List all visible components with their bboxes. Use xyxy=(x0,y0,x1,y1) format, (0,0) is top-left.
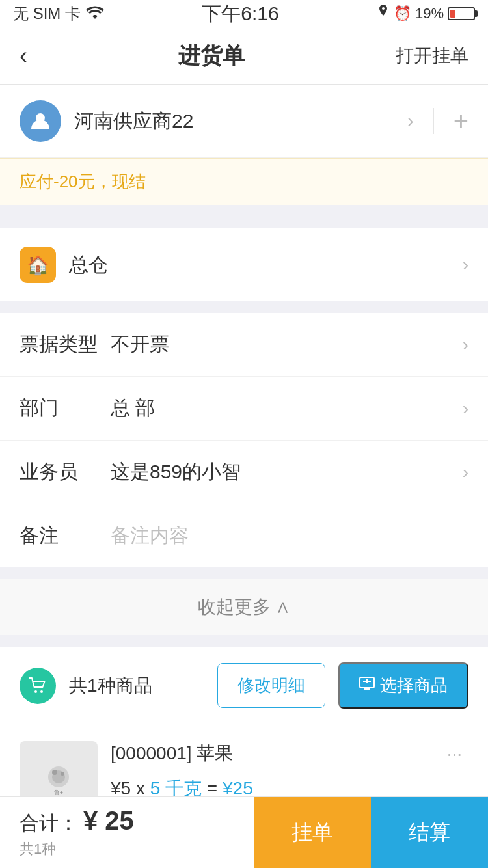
wifi-icon xyxy=(86,5,104,23)
dept-row[interactable]: 部门 总 部 › xyxy=(0,377,488,441)
form-section: 票据类型 不开票 › 部门 总 部 › 业务员 这是859的小智 › 备注 备注… xyxy=(0,313,488,567)
product-more-button[interactable]: ··· xyxy=(441,741,468,767)
salesperson-row[interactable]: 业务员 这是859的小智 › xyxy=(0,441,488,504)
select-product-icon xyxy=(359,675,375,696)
battery-icon xyxy=(448,7,475,20)
carrier-text: 无 SIM 卡 xyxy=(13,3,81,24)
content-area: 河南供应商22 › + 应付-20元，现结 🏠 总仓 › 票据类型 不开票 › … xyxy=(0,85,488,868)
invoice-chevron-icon: › xyxy=(463,334,468,355)
supplier-avatar xyxy=(20,100,61,142)
dept-chevron-icon: › xyxy=(463,398,468,419)
product-info: [0000001] 苹果 ¥5 x 5 千克 = ¥25 xyxy=(111,741,427,801)
status-bar: 无 SIM 卡 下午6:16 ⏰ 19% xyxy=(0,0,488,27)
price-separator: x xyxy=(136,778,150,798)
invoice-label: 票据类型 xyxy=(20,331,111,358)
warehouse-row[interactable]: 🏠 总仓 › xyxy=(0,228,488,301)
unit: 千克 xyxy=(165,778,202,798)
footer-total: 合计： ¥ 25 共1种 xyxy=(0,806,254,859)
product-title: 苹果 xyxy=(197,743,233,763)
open-hang-button[interactable]: 打开挂单 xyxy=(396,44,468,68)
remark-label: 备注 xyxy=(20,522,111,549)
salesperson-label: 业务员 xyxy=(20,459,111,485)
settle-button[interactable]: 结算 xyxy=(371,797,488,869)
location-icon xyxy=(377,5,390,23)
total-price: ¥25 xyxy=(223,778,253,798)
total-label: 合计： xyxy=(20,810,78,837)
invoice-row[interactable]: 票据类型 不开票 › xyxy=(0,313,488,377)
product-header: 共1种商品 修改明细 选择商品 xyxy=(0,647,488,724)
unit-price: ¥5 xyxy=(111,778,131,798)
svg-point-1 xyxy=(34,690,37,693)
invoice-value: 不开票 xyxy=(111,331,456,358)
nav-bar: ‹ 进货单 打开挂单 xyxy=(0,27,488,85)
warehouse-section: 🏠 总仓 › xyxy=(0,228,488,301)
battery-text: 19% xyxy=(415,5,444,22)
product-code: [0000001] xyxy=(111,743,192,763)
dept-label: 部门 xyxy=(20,395,111,422)
select-product-label: 选择商品 xyxy=(380,674,448,697)
supplier-notice: 应付-20元，现结 xyxy=(0,158,488,205)
warehouse-icon: 🏠 xyxy=(20,247,56,283)
collapse-toggle[interactable]: 收起更多 ∧ xyxy=(0,579,488,635)
supplier-row[interactable]: 河南供应商22 › + xyxy=(0,85,488,158)
supplier-name: 河南供应商22 xyxy=(74,108,407,135)
remark-row[interactable]: 备注 备注内容 xyxy=(0,504,488,567)
back-button[interactable]: ‹ xyxy=(20,42,27,70)
status-carrier: 无 SIM 卡 xyxy=(13,3,104,24)
page-title: 进货单 xyxy=(178,41,245,71)
total-main: 合计： ¥ 25 xyxy=(20,806,234,837)
svg-point-11 xyxy=(61,772,64,776)
svg-point-10 xyxy=(52,770,57,775)
product-count-label: 共1种商品 xyxy=(69,673,204,698)
status-indicators: ⏰ 19% xyxy=(377,5,475,23)
select-product-button[interactable]: 选择商品 xyxy=(338,662,468,709)
product-name: [0000001] 苹果 xyxy=(111,741,427,766)
cart-icon xyxy=(20,668,56,704)
sep1 xyxy=(0,205,488,217)
supplier-chevron-icon: › xyxy=(407,111,413,131)
svg-point-2 xyxy=(40,690,43,693)
status-time: 下午6:16 xyxy=(202,1,278,27)
add-supplier-button[interactable]: + xyxy=(454,107,468,136)
collapse-label: 收起更多 ∧ xyxy=(198,595,291,619)
salesperson-chevron-icon: › xyxy=(463,462,468,483)
warehouse-name: 总仓 xyxy=(69,252,463,278)
total-sub: 共1种 xyxy=(20,839,234,859)
edit-detail-button[interactable]: 修改明细 xyxy=(217,663,325,708)
supplier-divider xyxy=(433,108,434,134)
dept-value: 总 部 xyxy=(111,395,456,422)
total-amount: ¥ 25 xyxy=(83,806,134,835)
warehouse-chevron-icon: › xyxy=(463,254,468,275)
salesperson-value: 这是859的小智 xyxy=(111,459,456,485)
hang-button[interactable]: 挂单 xyxy=(254,797,371,869)
equals-sign: = xyxy=(207,778,223,798)
alarm-icon: ⏰ xyxy=(394,5,411,22)
remark-input[interactable]: 备注内容 xyxy=(111,522,468,549)
footer: 合计： ¥ 25 共1种 挂单 结算 xyxy=(0,796,488,868)
quantity: 5 xyxy=(150,778,161,798)
svg-text:鲁+: 鲁+ xyxy=(54,789,63,796)
supplier-section: 河南供应商22 › + 应付-20元，现结 xyxy=(0,85,488,205)
